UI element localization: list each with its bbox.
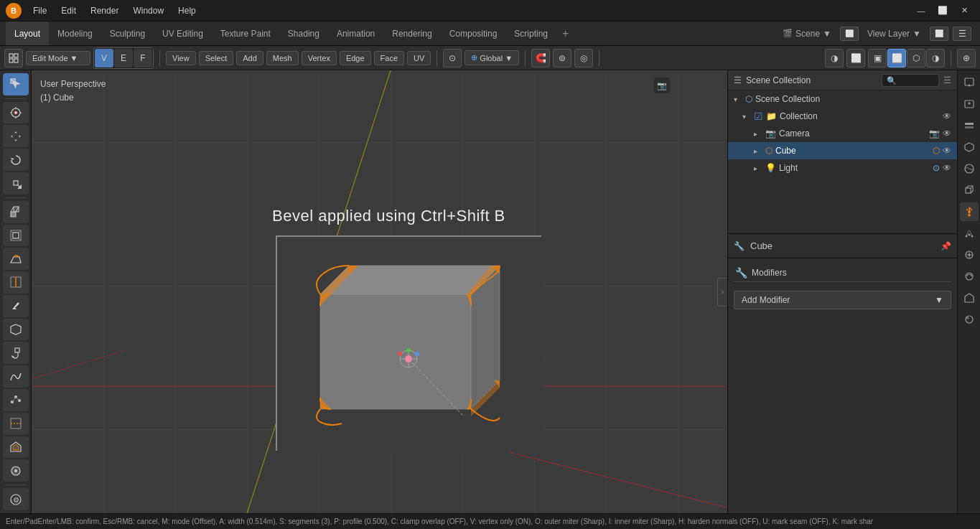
add-modifier-button[interactable]: Add Modifier ▼ [734,291,951,309]
scene-extra-btn[interactable]: ⬜ [840,27,859,41]
view-layer-extra-btn[interactable]: ⬜ [930,27,948,41]
view-layer-properties-btn[interactable] [960,116,979,135]
tab-sculpting[interactable]: Sculpting [101,22,154,45]
select-box-tool[interactable] [3,73,29,95]
add-label: Add [243,54,257,62]
properties-pin-btn[interactable]: 📌 [941,241,951,251]
loop-cut-tool[interactable] [3,271,29,294]
close-button[interactable]: ✕ [954,3,974,19]
vertex-select-btn[interactable]: V [95,49,113,67]
cursor-tool[interactable] [3,102,29,124]
pivot-point-btn[interactable]: ⊙ [443,49,462,67]
mode-selector[interactable]: Edit Mode ▼ [26,51,90,65]
wireframe-shading-btn[interactable]: ▣ [868,49,887,67]
collapse-right-panel-btn[interactable]: › [717,278,727,306]
edge-select-btn[interactable]: E [114,49,133,67]
svg-line-29 [16,397,19,401]
render-properties-btn[interactable] [960,73,979,92]
face-select-btn[interactable]: F [134,49,152,67]
view-menu[interactable]: View [166,51,196,65]
minimize-button[interactable]: — [911,3,931,19]
scene-properties-btn[interactable] [960,138,979,156]
outliner-search[interactable] [882,74,939,87]
add-workspace-button[interactable]: + [556,24,574,43]
tab-uv-editing[interactable]: UV Editing [154,22,212,45]
mesh-menu[interactable]: Mesh [266,51,299,65]
svg-rect-1 [14,54,18,57]
data-properties-btn[interactable] [960,289,979,307]
tab-scripting[interactable]: Scripting [505,22,556,45]
material-shading-btn[interactable]: ⬡ [907,49,925,67]
uv-menu[interactable]: UV [407,51,431,65]
menu-file[interactable]: File [27,4,52,17]
modifier-properties-btn[interactable] [960,202,979,221]
overlay-toggle[interactable]: ◑ [825,49,844,67]
scene-collection-item[interactable]: ▾ ⬡ Scene Collection [728,90,957,108]
tab-compositing[interactable]: Compositing [441,22,506,45]
randomize-vertices-tool[interactable] [3,389,29,411]
extrude-region-tool[interactable] [3,201,29,223]
object-properties-btn[interactable] [960,181,979,200]
proportional-edit-btn[interactable]: ⊚ [553,49,571,67]
shrink-fatten-tool[interactable] [3,436,29,459]
move-tool[interactable] [3,125,29,147]
bevel-tool[interactable] [3,248,29,270]
xray-toggle[interactable]: ⬜ [846,49,865,67]
light-item[interactable]: ▸ 💡 Light ⊙ 👁 [728,159,957,177]
filter-btn[interactable]: ☰ [953,27,971,41]
collection-item[interactable]: ▾ ☑ 📁 Collection 👁 [728,108,957,125]
menu-window[interactable]: Window [127,4,169,17]
tab-animation[interactable]: Animation [328,22,383,45]
edge-menu[interactable]: Edge [340,51,371,65]
menu-render[interactable]: Render [85,4,124,17]
particle-properties-btn[interactable] [960,224,979,243]
collection-visibility-btn[interactable]: 👁 [943,111,951,121]
knife-tool[interactable] [3,295,29,317]
world-properties-btn[interactable] [960,159,979,178]
constraints-properties-btn[interactable] [960,267,979,286]
maximize-button[interactable]: ⬜ [933,3,953,19]
camera-icon: 📷 [765,128,776,139]
tab-shading[interactable]: Shading [279,22,328,45]
tab-modeling[interactable]: Modeling [49,22,101,45]
editor-type-btn[interactable] [4,49,23,67]
tab-texture-paint[interactable]: Texture Paint [212,22,279,45]
view-layer-selector[interactable]: View Layer ▼ [860,26,928,42]
camera-visibility-btn[interactable]: 👁 [943,128,951,139]
light-visibility-btn[interactable]: 👁 [943,163,951,173]
select-menu[interactable]: Select [199,51,234,65]
physics-properties-btn[interactable] [960,245,979,264]
scale-tool[interactable] [3,172,29,195]
shear-tool[interactable] [3,459,29,482]
cube-visibility-btn[interactable]: 👁 [943,146,951,156]
add-menu[interactable]: Add [236,51,263,65]
gizmo-toggle[interactable]: ⊕ [957,49,976,67]
scene-selector[interactable]: 🎬 Scene ▼ [775,26,839,42]
add-modifier-arrow: ▼ [935,295,943,305]
vertex-menu[interactable]: Vertex [302,51,337,65]
material-properties-btn[interactable] [960,310,979,329]
edge-slide-tool[interactable] [3,413,29,435]
tab-layout[interactable]: Layout [6,22,49,45]
3d-viewport[interactable]: User Perspective (1) Cube Bevel applied … [32,70,727,513]
proportional-connected-btn[interactable]: ◎ [574,49,593,67]
solid-shading-btn[interactable]: ⬜ [887,49,906,67]
rotate-tool[interactable] [3,149,29,171]
menu-edit[interactable]: Edit [55,4,82,17]
polyloop-tool[interactable] [3,319,29,341]
smooth-vertices-tool[interactable] [3,365,29,388]
annotate-tool[interactable]: ⚙ [3,488,29,510]
transform-orientation-selector[interactable]: ⊕ Global ▼ [465,50,519,65]
snapping-magnet-btn[interactable]: 🧲 [531,49,550,67]
spin-tool[interactable] [3,342,29,364]
output-properties-btn[interactable] [960,95,979,113]
viewport-camera-btn[interactable]: 📷 [654,78,670,93]
camera-item[interactable]: ▸ 📷 Camera 📷 👁 [728,125,957,142]
inset-faces-tool[interactable] [3,225,29,247]
cube-item[interactable]: ▸ ⬡ Cube ⬡ 👁 [728,142,957,159]
menu-help[interactable]: Help [172,4,202,17]
outliner-filter-btn[interactable]: ☰ [943,75,951,85]
tab-rendering[interactable]: Rendering [383,22,440,45]
rendered-shading-btn[interactable]: ◑ [926,49,945,67]
face-menu[interactable]: Face [374,51,404,65]
